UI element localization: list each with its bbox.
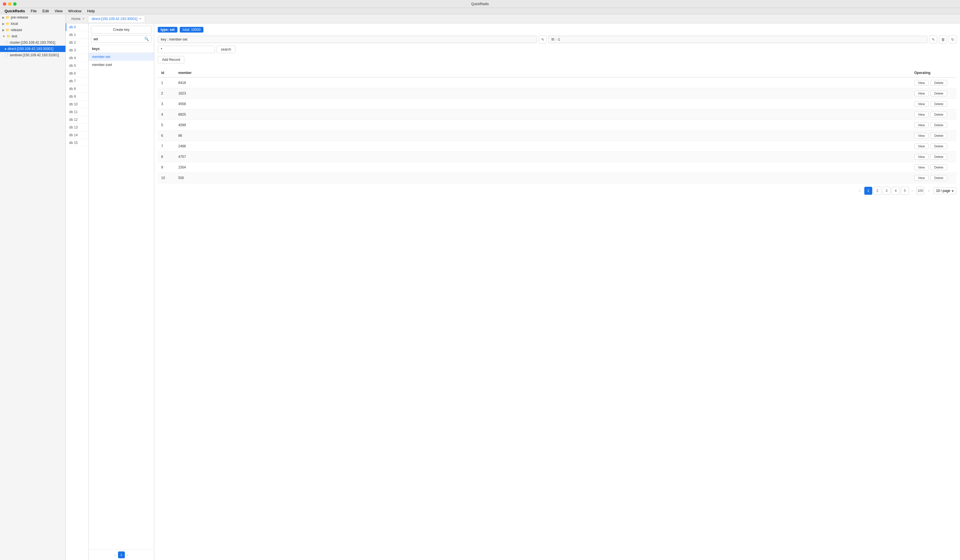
key-item-member-set[interactable]: member-set bbox=[88, 53, 154, 61]
member-search-input[interactable] bbox=[158, 46, 215, 53]
delete-row-button[interactable]: Delete bbox=[931, 112, 947, 117]
db-item-6[interactable]: db 6 bbox=[66, 70, 88, 77]
table-row: 2 1623 View Delete bbox=[158, 88, 957, 99]
ttl-input[interactable] bbox=[548, 36, 927, 43]
page-btn-5[interactable]: 5 bbox=[901, 187, 909, 195]
table-row: 4 8925 View Delete bbox=[158, 109, 957, 120]
folder-icon: 📁 bbox=[6, 35, 11, 38]
traffic-lights bbox=[3, 2, 17, 6]
db-item-8[interactable]: db 8 bbox=[66, 85, 88, 93]
db-item-7[interactable]: db 7 bbox=[66, 77, 88, 85]
next-page-button[interactable]: › bbox=[925, 187, 932, 195]
tab-close-home[interactable]: ✕ bbox=[82, 17, 85, 20]
menu-view[interactable]: View bbox=[52, 8, 65, 14]
page-btn-last[interactable]: 100 bbox=[916, 187, 924, 195]
menu-help[interactable]: Help bbox=[85, 8, 97, 14]
close-traffic-light[interactable] bbox=[3, 2, 6, 6]
view-button[interactable]: View bbox=[914, 164, 929, 170]
tab-close-direct[interactable]: ✕ bbox=[139, 17, 141, 20]
page-btn-1[interactable]: 1 bbox=[864, 187, 872, 195]
db-panel: db 0 db 1 db 2 db 3 db 4 db 5 db bbox=[66, 24, 88, 560]
delete-row-button[interactable]: Delete bbox=[931, 122, 947, 128]
delete-key-button[interactable]: 🗑 bbox=[939, 35, 947, 43]
maximize-traffic-light[interactable] bbox=[13, 2, 17, 6]
db-item-4[interactable]: db 4 bbox=[66, 54, 88, 62]
view-button[interactable]: View bbox=[914, 101, 929, 107]
keys-search-button[interactable]: 🔍 bbox=[142, 36, 152, 42]
tab-home[interactable]: Home ✕ bbox=[68, 16, 88, 22]
menu-edit[interactable]: Edit bbox=[40, 8, 51, 14]
db-label: db 8 bbox=[69, 87, 76, 91]
table-row: 1 8418 View Delete bbox=[158, 77, 957, 88]
delete-row-button[interactable]: Delete bbox=[931, 133, 947, 139]
file-icon: 📄 bbox=[5, 41, 8, 45]
db-item-3[interactable]: db 3 bbox=[66, 46, 88, 54]
view-button[interactable]: View bbox=[914, 154, 929, 160]
file-icon: 📄 bbox=[5, 53, 8, 57]
db-item-2[interactable]: db 2 bbox=[66, 39, 88, 46]
db-item-0[interactable]: db 0 bbox=[66, 24, 88, 31]
delete-row-button[interactable]: Delete bbox=[931, 154, 947, 160]
db-label: db 6 bbox=[69, 72, 76, 75]
sidebar-item-pre-release[interactable]: ▶ 📁 pre-release bbox=[0, 14, 66, 21]
minimize-traffic-light[interactable] bbox=[8, 2, 11, 6]
view-button[interactable]: View bbox=[914, 133, 929, 139]
trash-icon: 🗑 bbox=[941, 37, 945, 42]
sidebar-item-test[interactable]: ▼ 📁 test bbox=[0, 33, 66, 40]
page-btn-3[interactable]: 3 bbox=[883, 187, 891, 195]
view-button[interactable]: View bbox=[914, 91, 929, 96]
db-item-13[interactable]: db 13 bbox=[66, 124, 88, 131]
db-item-1[interactable]: db 1 bbox=[66, 31, 88, 39]
keys-page-1[interactable]: 1 bbox=[118, 551, 125, 558]
member-search-button[interactable]: search bbox=[216, 46, 235, 53]
view-button[interactable]: View bbox=[914, 122, 929, 128]
folder-icon: 📁 bbox=[6, 16, 10, 19]
tab-direct[interactable]: direct-[150.109.42.193:30001] ✕ bbox=[88, 16, 145, 22]
sidebar-item-local[interactable]: ▶ 📁 local bbox=[0, 21, 66, 27]
menu-file[interactable]: File bbox=[29, 8, 39, 14]
edit-icon: ✎ bbox=[932, 37, 935, 42]
delete-row-button[interactable]: Delete bbox=[931, 91, 947, 96]
keys-prev-page[interactable]: ‹ bbox=[112, 551, 118, 558]
db-item-11[interactable]: db 11 bbox=[66, 108, 88, 116]
menu-app[interactable]: QuickRedis bbox=[2, 8, 27, 14]
page-btn-4[interactable]: 4 bbox=[892, 187, 900, 195]
delete-row-button[interactable]: Delete bbox=[931, 80, 947, 86]
key-item-member-zset[interactable]: member-zset bbox=[88, 61, 154, 69]
refresh-button[interactable]: ↻ bbox=[949, 35, 957, 43]
sidebar-item-sentinel[interactable]: 📄 sentinel-[150.109.42.193:31001] bbox=[0, 52, 66, 58]
per-page-select[interactable]: 10 / page ∨ bbox=[933, 187, 957, 194]
page-btn-2[interactable]: 2 bbox=[874, 187, 882, 195]
keys-search-input[interactable] bbox=[91, 36, 142, 42]
view-button[interactable]: View bbox=[914, 175, 929, 181]
prev-page-button[interactable]: ‹ bbox=[856, 187, 863, 195]
db-item-12[interactable]: db 12 bbox=[66, 116, 88, 124]
menu-window[interactable]: Window bbox=[66, 8, 84, 14]
cell-member: 4599 bbox=[175, 120, 911, 131]
sidebar-item-cluster[interactable]: 📄 cluster-[150.109.42.193:7001] bbox=[0, 40, 66, 46]
add-record-button[interactable]: Add Record bbox=[158, 56, 184, 64]
delete-row-button[interactable]: Delete bbox=[931, 175, 947, 181]
view-button[interactable]: View bbox=[914, 144, 929, 149]
view-button[interactable]: View bbox=[914, 112, 929, 117]
create-key-button[interactable]: Create key bbox=[91, 26, 152, 34]
db-item-15[interactable]: db 15 bbox=[66, 139, 88, 147]
sidebar-item-direct[interactable]: ● direct-[150.109.42.193:30001] bbox=[0, 46, 66, 52]
delete-row-button[interactable]: Delete bbox=[931, 101, 947, 107]
table-row: 7 2496 View Delete bbox=[158, 141, 957, 152]
edit-key-name-button[interactable]: ✎ bbox=[539, 35, 547, 43]
data-header-row: type: set total: 10000 bbox=[158, 27, 957, 33]
delete-row-button[interactable]: Delete bbox=[931, 164, 947, 170]
edit-ttl-button[interactable]: ✎ bbox=[929, 35, 937, 43]
delete-row-button[interactable]: Delete bbox=[931, 144, 947, 149]
key-name-input[interactable] bbox=[158, 36, 537, 43]
db-item-9[interactable]: db 9 bbox=[66, 93, 88, 101]
db-item-5[interactable]: db 5 bbox=[66, 62, 88, 70]
keys-next-page[interactable]: › bbox=[125, 551, 131, 558]
cell-operating: View Delete bbox=[911, 131, 957, 141]
sidebar-item-release[interactable]: ▶ 📁 release bbox=[0, 27, 66, 33]
view-button[interactable]: View bbox=[914, 80, 929, 86]
db-item-14[interactable]: db 14 bbox=[66, 131, 88, 139]
cell-member: 1623 bbox=[175, 88, 911, 99]
db-item-10[interactable]: db 10 bbox=[66, 101, 88, 108]
